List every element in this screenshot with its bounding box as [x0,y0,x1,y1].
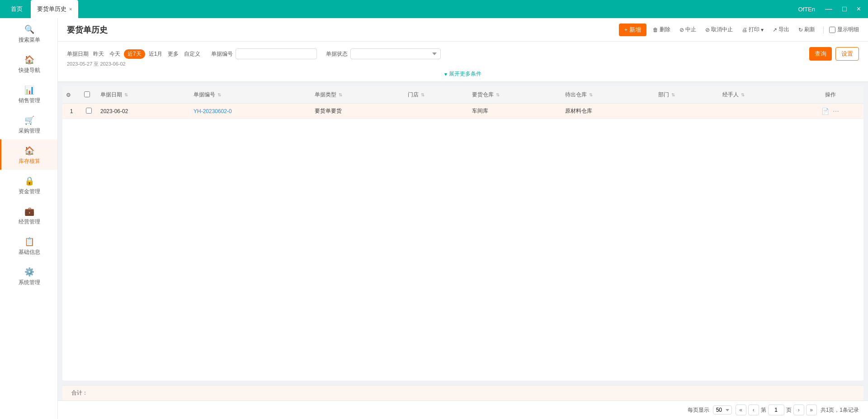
inventory-icon: 🏠 [24,146,34,156]
close-button[interactable]: × [854,4,863,14]
maximize-button[interactable]: □ [840,4,849,14]
sidebar-item-search-menu[interactable]: 🔍 搜索菜单 [0,18,57,48]
pagination: 每页显示 50 « ‹ 第 页 › » 共1页，1条记录 [58,400,868,419]
first-page-button[interactable]: « [736,405,746,415]
query-button[interactable]: 查询 [809,47,832,61]
delete-button[interactable]: 🗑 删除 [650,24,673,35]
th-order-no[interactable]: 单据编号 ⇅ [190,86,311,104]
often-label: OfTEn [795,5,818,14]
date-range-buttons: 昨天 今天 近7天 近1月 更多 自定义 [91,49,202,59]
date-btn-today[interactable]: 今天 [108,49,122,59]
refresh-icon: ↻ [798,27,803,33]
th-store[interactable]: 门店 ⇅ [404,86,468,104]
main-layout: 🔍 搜索菜单 🏠 快捷导航 📊 销售管理 🛒 采购管理 🏠 库存核算 🔒 资金管… [0,18,868,419]
page-nav: « ‹ 第 页 › » [736,405,817,415]
prev-page-button[interactable]: ‹ [748,405,759,415]
order-no-input[interactable] [236,48,317,59]
sidebar-item-label: 快捷导航 [19,67,40,74]
header-actions: + 新增 🗑 删除 ⊘ 中止 ⊘ 取消中止 🖨 打印 ▾ [619,24,859,36]
purchase-icon: 🛒 [24,115,34,125]
last-page-button[interactable]: » [806,405,817,415]
cell-type: 要货单要货 [311,104,404,119]
th-type[interactable]: 单据类型 ⇅ [311,86,404,104]
stop-button[interactable]: ⊘ 中止 [677,24,699,35]
order-no-link[interactable]: YH-20230602-0 [193,108,232,114]
select-all-checkbox[interactable] [84,91,90,97]
cell-order-no[interactable]: YH-20230602-0 [190,104,311,119]
page-input[interactable] [768,405,784,415]
settings-button[interactable]: 设置 [835,47,859,61]
page-size-select[interactable]: 50 [713,405,732,414]
row-checkbox[interactable] [86,108,92,114]
tab-close-icon[interactable]: × [69,6,72,12]
page-title: 要货单历史 [67,24,108,35]
sort-icon-department: ⇅ [671,92,675,97]
date-btn-1month[interactable]: 近1月 [147,49,165,59]
th-department[interactable]: 部门 ⇅ [655,86,719,104]
sidebar-item-label: 经营管理 [19,218,40,226]
th-pending-warehouse[interactable]: 待出仓库 ⇅ [561,86,655,104]
sidebar-item-system[interactable]: ⚙️ 系统管理 [0,261,57,291]
minimize-button[interactable]: — [822,4,835,14]
cell-department [655,104,719,119]
sidebar-item-operations[interactable]: 💼 经营管理 [0,200,57,230]
divider [823,26,824,33]
sidebar-item-label: 库存核算 [19,157,40,165]
search-menu-icon: 🔍 [24,24,34,34]
operations-icon: 💼 [24,206,34,216]
th-settings[interactable]: ⚙ [62,86,80,104]
sidebar-item-purchase[interactable]: 🛒 采购管理 [0,109,57,139]
export-button[interactable]: ↗ 导出 [770,24,792,35]
sidebar-item-finance[interactable]: 🔒 资金管理 [0,170,57,200]
date-range-display: 2023-05-27 至 2023-06-02 [67,61,126,67]
sidebar-item-basic-info[interactable]: 📋 基础信息 [0,230,57,261]
cell-checkbox [80,104,97,119]
sidebar-item-quick-nav[interactable]: 🏠 快捷导航 [0,48,57,79]
cell-date: 2023-06-02 [97,104,190,119]
next-page-button[interactable]: › [793,405,804,415]
status-label: 单据状态 [326,50,348,58]
order-no-label: 单据编号 [211,50,233,58]
sidebar-item-label: 采购管理 [19,127,40,135]
cancel-stop-icon: ⊘ [705,27,710,33]
stop-icon: ⊘ [679,27,684,33]
sidebar-item-inventory[interactable]: 🏠 库存核算 [0,139,57,170]
th-req-warehouse[interactable]: 要货仓库 ⇅ [468,86,561,104]
filter-row-date-range: 2023-05-27 至 2023-06-02 [67,61,859,67]
more-action-icon[interactable]: ⋯ [833,108,839,115]
th-date[interactable]: 单据日期 ⇅ [97,86,190,104]
status-select[interactable] [350,48,441,59]
filter-bar: 单据日期 昨天 今天 近7天 近1月 更多 自定义 单据编号 单据状态 [58,42,868,82]
sort-icon-date: ⇅ [124,92,128,97]
sidebar-item-sales[interactable]: 📊 销售管理 [0,79,57,109]
sort-icon-pending-warehouse: ⇅ [589,92,593,97]
expand-icon: ▾ [444,71,447,77]
show-detail-checkbox[interactable] [829,27,835,33]
cancel-stop-button[interactable]: ⊘ 取消中止 [703,24,736,35]
date-btn-7days[interactable]: 近7天 [124,49,145,59]
tab-home[interactable]: 首页 [5,0,29,18]
cell-req-warehouse: 车间库 [468,104,561,119]
print-button[interactable]: 🖨 打印 ▾ [739,24,766,35]
date-btn-more[interactable]: 更多 [166,49,180,59]
edit-action-icon[interactable]: 📄 [821,108,829,115]
date-btn-custom[interactable]: 自定义 [182,49,202,59]
new-button[interactable]: + 新增 [619,24,646,36]
sidebar-item-label: 销售管理 [19,97,40,105]
sort-icon-order-no: ⇅ [217,92,221,97]
sidebar-item-label: 搜索菜单 [19,36,40,44]
refresh-button[interactable]: ↻ 刷新 [796,24,818,35]
filter-date: 单据日期 昨天 今天 近7天 近1月 更多 自定义 [67,49,202,59]
sidebar-item-label: 资金管理 [19,188,40,195]
expand-more-button[interactable]: ▾ 展开更多条件 [67,70,859,78]
delete-icon: 🗑 [653,27,658,33]
th-handler[interactable]: 经手人 ⇅ [719,86,797,104]
export-icon: ↗ [773,27,777,33]
sort-icon-store: ⇅ [421,92,425,97]
content-area: 要货单历史 + 新增 🗑 删除 ⊘ 中止 ⊘ 取消中止 🖨 打印 [58,18,868,419]
filter-order-no: 单据编号 [211,48,317,59]
th-checkbox [80,86,97,104]
date-btn-yesterday[interactable]: 昨天 [91,49,106,59]
show-detail-label[interactable]: 显示明细 [829,26,859,33]
tab-yhd-history[interactable]: 要货单历史 × [31,0,78,18]
